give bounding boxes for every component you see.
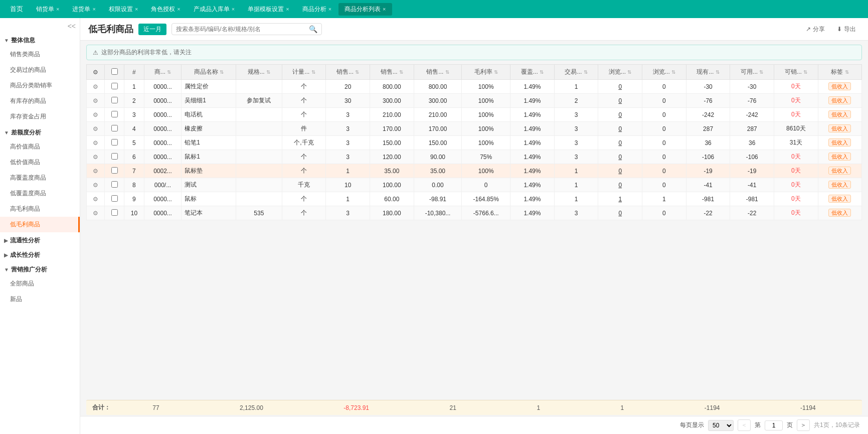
row-checkbox[interactable] [105,136,124,150]
row-select-checkbox[interactable] [111,167,118,174]
row-checkbox[interactable] [105,178,124,192]
nav-goods-analysis[interactable]: 商品分析× [296,3,337,16]
col-current[interactable]: 现有... ⇅ [686,65,730,80]
row-checkbox[interactable] [105,164,124,178]
col-saleable[interactable]: 可销... ⇅ [774,65,818,80]
row-select-checkbox[interactable] [111,125,118,131]
col-unit[interactable]: 计量... ⇅ [282,65,326,80]
sidebar-item-category-rate[interactable]: 商品分类助销率 [0,78,80,93]
nav-template-settings[interactable]: 单据模板设置× [242,3,295,16]
row-settings[interactable]: ⚙ [87,94,105,108]
col-code[interactable]: 商... ⇅ [144,65,182,80]
row-settings[interactable]: ⚙ [87,164,105,178]
search-input[interactable] [176,26,307,33]
row-settings[interactable]: ⚙ [87,150,105,164]
row-browse1[interactable]: 0 [598,122,642,136]
sidebar-item-high-margin[interactable]: 高毛利商品 [0,201,80,217]
nav-roles[interactable]: 角色授权× [145,3,186,16]
browse1-link[interactable]: 0 [618,168,622,175]
col-name[interactable]: 商品名称 ⇅ [182,65,236,80]
row-browse1[interactable]: 1 [598,192,642,206]
browse1-link[interactable]: 0 [618,111,622,118]
row-checkbox[interactable] [105,150,124,164]
row-settings[interactable]: ⚙ [87,192,105,206]
row-select-checkbox[interactable] [111,139,118,146]
browse1-link[interactable]: 1 [618,196,622,203]
period-button[interactable]: 近一月 [138,24,166,35]
row-settings[interactable]: ⚙ [87,136,105,150]
col-checkbox[interactable] [105,65,124,80]
col-gross-rate[interactable]: 毛利率 ⇅ [462,65,510,80]
row-checkbox[interactable] [105,80,124,94]
col-sale-amount[interactable]: 销售... ⇅ [414,65,462,80]
row-browse1[interactable]: 0 [598,150,642,164]
row-browse1[interactable]: 0 [598,178,642,192]
browse1-link[interactable]: 0 [618,97,622,104]
nav-permissions[interactable]: 权限设置× [103,3,144,16]
nav-sales[interactable]: 销货单× [30,3,65,16]
share-button[interactable]: ↗ 分享 [802,24,829,35]
row-checkbox[interactable] [105,94,124,108]
col-available[interactable]: 可用... ⇅ [730,65,774,80]
sidebar-collapse-btn[interactable]: << [64,20,80,32]
sidebar-group-margin[interactable]: ▼ 差额度分析 [0,124,80,139]
page-input[interactable] [765,420,783,430]
row-settings[interactable]: ⚙ [87,122,105,136]
col-sale-price[interactable]: 销售... ⇅ [370,65,414,80]
col-browse1[interactable]: 浏览... ⇅ [598,65,642,80]
sidebar-item-traded-goods[interactable]: 交易过的商品 [0,62,80,78]
row-select-checkbox[interactable] [111,83,118,89]
col-settings[interactable]: ⚙ [87,65,105,80]
row-checkbox[interactable] [105,122,124,136]
sidebar-group-growth[interactable]: ▶ 成长性分析 [0,247,80,261]
browse1-link[interactable]: 0 [618,182,622,189]
row-select-checkbox[interactable] [111,153,118,160]
sidebar-item-sales-goods[interactable]: 销售类商品 [0,47,80,62]
sidebar-item-all-goods[interactable]: 全部商品 [0,276,80,292]
row-select-checkbox[interactable] [111,97,118,103]
row-settings[interactable]: ⚙ [87,108,105,122]
row-select-checkbox[interactable] [111,209,118,216]
sidebar-group-circulation[interactable]: ▶ 流通性分析 [0,232,80,247]
sidebar-item-high-coverage[interactable]: 高覆盖度商品 [0,170,80,186]
nav-purchase[interactable]: 进货单× [66,3,101,16]
table-container[interactable]: ⚙ # 商... ⇅ 商品名称 ⇅ 规格... ⇅ 计量... ⇅ 销售... … [80,64,868,400]
search-box[interactable]: 🔍 [171,23,322,35]
sidebar-item-low-value[interactable]: 低价值商品 [0,155,80,170]
row-settings[interactable]: ⚙ [87,80,105,94]
row-browse1[interactable]: 0 [598,94,642,108]
select-all-checkbox[interactable] [111,68,118,75]
col-spec[interactable]: 规格... ⇅ [236,65,282,80]
sidebar-item-low-coverage[interactable]: 低覆盖度商品 [0,186,80,201]
nav-home[interactable]: 首页 [4,3,29,16]
search-icon[interactable]: 🔍 [309,25,317,33]
col-browse2[interactable]: 浏览... ⇅ [642,65,686,80]
row-browse1[interactable]: 0 [598,108,642,122]
next-page-btn[interactable]: ＞ [797,419,810,431]
per-page-select[interactable]: 50 20 100 [708,420,734,431]
row-select-checkbox[interactable] [111,195,118,202]
row-settings[interactable]: ⚙ [87,178,105,192]
sidebar-group-overall[interactable]: ▼ 整体信息 [0,32,80,47]
browse1-link[interactable]: 0 [618,83,622,90]
row-checkbox[interactable] [105,108,124,122]
row-browse1[interactable]: 0 [598,80,642,94]
col-tag[interactable]: 标签 ⇅ [818,65,861,80]
row-browse1[interactable]: 0 [598,206,642,220]
export-button[interactable]: ⬇ 导出 [833,24,860,35]
sidebar-group-marketing[interactable]: ▼ 营销推广分析 [0,261,80,276]
row-checkbox[interactable] [105,192,124,206]
prev-page-btn[interactable]: ＜ [738,419,751,431]
nav-product-entry[interactable]: 产成品入库单× [188,3,241,16]
col-coverage[interactable]: 覆盖... ⇅ [510,65,555,80]
col-transaction[interactable]: 交易... ⇅ [554,65,598,80]
browse1-link[interactable]: 0 [618,154,622,161]
row-browse1[interactable]: 0 [598,164,642,178]
sidebar-item-inventory-goods[interactable]: 有库存的商品 [0,93,80,109]
sidebar-item-new-goods[interactable]: 新品 [0,292,80,307]
row-select-checkbox[interactable] [111,181,118,188]
browse1-link[interactable]: 0 [618,125,622,132]
sidebar-item-inventory-capital[interactable]: 库存资金占用 [0,109,80,124]
browse1-link[interactable]: 0 [618,139,622,147]
browse1-link[interactable]: 0 [618,210,622,217]
